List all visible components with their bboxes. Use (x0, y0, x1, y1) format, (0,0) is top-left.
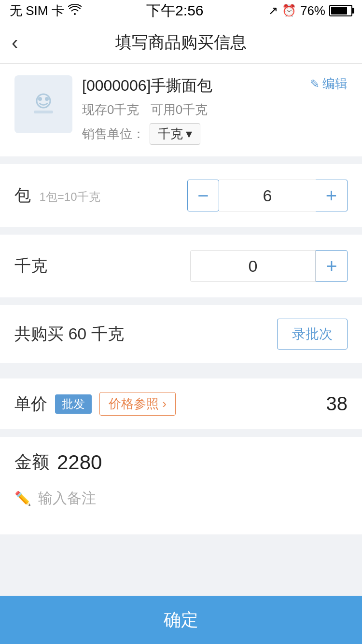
package-minus-button[interactable]: − (187, 180, 219, 211)
price-value: 38 (326, 393, 348, 415)
alarm-icon: ⏰ (282, 4, 296, 17)
confirm-button[interactable]: 确定 (0, 596, 362, 644)
product-thumbnail (14, 75, 72, 133)
unit-select[interactable]: 千克 ▾ (150, 123, 200, 145)
kg-qty-control: + (190, 250, 348, 282)
unit-label: 销售单位： (82, 126, 145, 142)
amount-section: 金额 2280 ✏️ 输入备注 (0, 437, 362, 534)
edit-icon: ✎ (310, 77, 320, 91)
package-input-section: 包 1包=10千克 − + (0, 164, 362, 227)
amount-label: 金额 (14, 450, 49, 474)
kg-input-section: 千克 + (0, 235, 362, 297)
kg-label: 千克 (14, 255, 190, 277)
package-plus-button[interactable]: + (316, 180, 348, 211)
edit-label: 编辑 (322, 75, 348, 92)
page-title: 填写商品购买信息 (115, 31, 247, 54)
divider-1 (0, 371, 362, 378)
svg-rect-3 (34, 111, 53, 113)
package-qty-input[interactable] (219, 180, 316, 211)
product-name: [0000006]手撕面包 (82, 75, 348, 97)
location-icon: ↗ (268, 4, 278, 17)
remark-row[interactable]: ✏️ 输入备注 (14, 484, 348, 520)
svg-point-2 (45, 97, 49, 101)
carrier-text: 无 SIM 卡 (10, 2, 64, 19)
wifi-icon (68, 3, 82, 18)
pencil-icon: ✏️ (14, 490, 31, 506)
kg-plus-button[interactable]: + (316, 250, 348, 282)
remark-input[interactable]: 输入备注 (38, 489, 96, 508)
status-left: 无 SIM 卡 (10, 2, 82, 19)
unit-value: 千克 (158, 126, 183, 142)
nav-bar: ‹ 填写商品购买信息 (0, 21, 362, 64)
price-tag: 批发 (55, 394, 92, 414)
available-text: 可用0千克 (151, 102, 208, 117)
status-time: 下午2:56 (146, 1, 203, 21)
amount-row: 金额 2280 (14, 450, 348, 474)
edit-button[interactable]: ✎ 编辑 (310, 75, 348, 92)
package-qty-control: − + (187, 180, 348, 211)
unit-chevron-icon: ▾ (186, 126, 192, 141)
amount-value: 2280 (57, 451, 102, 474)
summary-text: 共购买 60 千克 (14, 323, 124, 345)
price-ref-label: 价格参照 › (109, 395, 167, 412)
status-bar: 无 SIM 卡 下午2:56 ↗ ⏰ 76% (0, 0, 362, 21)
batch-button[interactable]: 录批次 (277, 319, 348, 350)
product-info: [0000006]手撕面包 现存0千克 可用0千克 销售单位： 千克 ▾ (82, 75, 348, 145)
price-ref-button[interactable]: 价格参照 › (99, 392, 176, 416)
product-stock: 现存0千克 可用0千克 (82, 101, 348, 118)
battery-percent: 76% (300, 3, 325, 18)
kg-qty-input[interactable] (190, 250, 316, 282)
package-hint: 1包=10千克 (39, 190, 100, 203)
status-right: ↗ ⏰ 76% (268, 3, 352, 18)
price-section: 单价 批发 价格参照 › 38 (0, 378, 362, 429)
product-unit: 销售单位： 千克 ▾ (82, 123, 348, 145)
kg-row: 千克 + (14, 235, 348, 297)
divider-2 (0, 429, 362, 437)
back-button[interactable]: ‹ (12, 33, 18, 52)
package-label: 包 1包=10千克 (14, 184, 187, 207)
stock-text: 现存0千克 (82, 102, 139, 117)
product-card: [0000006]手撕面包 现存0千克 可用0千克 销售单位： 千克 ▾ ✎ 编… (0, 64, 362, 156)
price-label: 单价 (14, 393, 47, 415)
summary-section: 共购买 60 千克 录批次 (0, 305, 362, 363)
package-row: 包 1包=10千克 − + (14, 164, 348, 227)
battery-icon (329, 5, 352, 16)
svg-point-1 (38, 97, 42, 101)
